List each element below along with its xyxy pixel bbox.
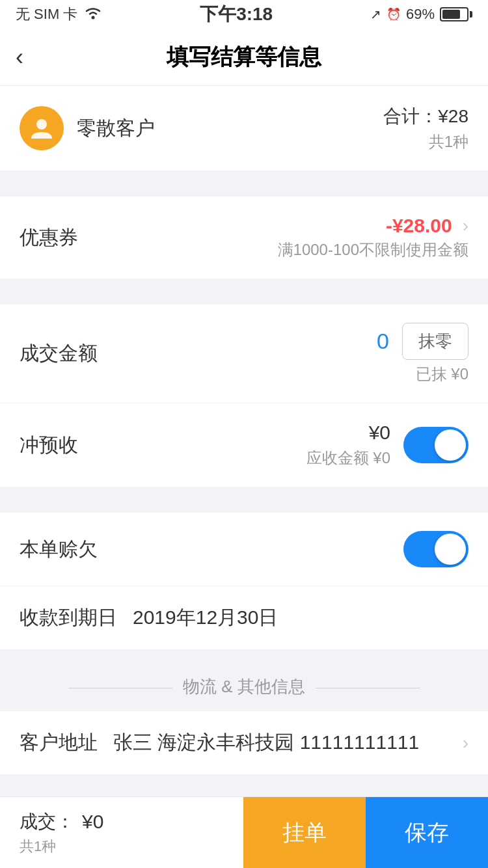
coupon-section[interactable]: 优惠券 -¥28.00 › 满1000-100不限制使用金额 <box>0 197 488 278</box>
save-button-label: 保存 <box>405 818 449 848</box>
round-zero-button[interactable]: 抹零 <box>402 323 468 360</box>
customer-total: 合计：¥28 <box>383 104 468 129</box>
address-row[interactable]: 客户地址 张三 海淀永丰科技园 11111111111 › <box>0 711 488 774</box>
due-date-row: 收款到期日 2019年12月30日 <box>0 586 488 649</box>
prepayment-sub: 应收金额 ¥0 <box>306 448 390 468</box>
deal-amount-sub: 已抹 ¥0 <box>416 364 468 385</box>
deal-amount-label: 成交金额 <box>20 340 98 367</box>
customer-left: 零散客户 <box>20 106 155 150</box>
bottom-count: 共1种 <box>20 837 224 856</box>
svg-point-1 <box>36 119 47 129</box>
customer-count: 共1种 <box>383 131 468 152</box>
credit-toggle-thumb <box>435 534 466 565</box>
status-right: ↗ ⏰ 69% <box>370 6 472 23</box>
deal-amount-row: 成交金额 0 抹零 已抹 ¥0 <box>0 305 488 403</box>
svg-point-0 <box>92 16 95 20</box>
coupon-row[interactable]: 优惠券 -¥28.00 › 满1000-100不限制使用金额 <box>0 197 488 278</box>
divider-1 <box>0 183 488 197</box>
nav-bar: ‹ 填写结算等信息 <box>0 29 488 86</box>
logistics-label: 物流 & 其他信息 <box>58 677 430 696</box>
credit-row: 本单赊欠 <box>0 513 488 586</box>
prepayment-value: ¥0 <box>369 422 390 444</box>
status-bar: 无 SIM 卡 下午3:18 ↗ ⏰ 69% <box>0 0 488 29</box>
prepayment-toggle[interactable] <box>403 427 468 463</box>
logistics-divider: 物流 & 其他信息 <box>0 662 488 711</box>
address-section: 客户地址 张三 海淀永丰科技园 11111111111 › <box>0 711 488 774</box>
deal-amount-right: 0 抹零 已抹 ¥0 <box>377 323 468 385</box>
hang-button[interactable]: 挂单 <box>243 797 366 869</box>
due-date-value[interactable]: 2019年12月30日 <box>133 604 278 631</box>
nav-title: 填写结算等信息 <box>167 42 321 72</box>
bottom-bar: 成交： ¥0 共1种 挂单 保存 <box>0 796 488 868</box>
bottom-deal-value: ¥0 <box>82 811 103 833</box>
hang-button-label: 挂单 <box>282 818 327 848</box>
battery-icon <box>440 7 472 21</box>
bottom-deal-label: 成交： <box>20 809 74 834</box>
customer-right: 合计：¥28 共1种 <box>383 104 468 152</box>
bottom-deal: 成交： ¥0 <box>20 809 224 834</box>
coupon-chevron: › <box>463 215 468 236</box>
address-value: 张三 海淀永丰科技园 11111111111 <box>113 729 457 756</box>
location-icon: ↗ <box>370 7 381 22</box>
credit-toggle-track[interactable] <box>403 531 468 567</box>
address-chevron: › <box>463 733 468 753</box>
coupon-right: -¥28.00 › 满1000-100不限制使用金额 <box>278 215 468 260</box>
prepayment-right: ¥0 应收金额 ¥0 <box>306 422 468 468</box>
status-time: 下午3:18 <box>200 2 273 27</box>
prepayment-label: 冲预收 <box>20 432 78 459</box>
credit-label: 本单赊欠 <box>20 536 98 563</box>
back-button[interactable]: ‹ <box>16 44 23 71</box>
deal-amount-value[interactable]: 0 <box>377 329 389 354</box>
customer-name: 零散客户 <box>77 115 155 142</box>
customer-section: 零散客户 合计：¥28 共1种 <box>0 86 488 170</box>
due-date-label: 收款到期日 <box>20 604 117 631</box>
prepayment-values: ¥0 应收金额 ¥0 <box>306 422 390 468</box>
divider-3 <box>0 500 488 513</box>
prepayment-toggle-thumb <box>435 429 466 461</box>
battery-percent: 69% <box>406 6 435 23</box>
divider-2 <box>0 292 488 305</box>
coupon-label: 优惠券 <box>20 224 78 251</box>
prepayment-row: 冲预收 ¥0 应收金额 ¥0 <box>0 403 488 487</box>
credit-section: 本单赊欠 收款到期日 2019年12月30日 <box>0 513 488 649</box>
save-button[interactable]: 保存 <box>366 797 488 869</box>
coupon-subtext: 满1000-100不限制使用金额 <box>278 239 468 260</box>
status-left: 无 SIM 卡 <box>16 5 102 24</box>
customer-row: 零散客户 合计：¥28 共1种 <box>0 86 488 170</box>
no-sim-text: 无 SIM 卡 <box>16 5 77 24</box>
customer-avatar <box>20 106 64 150</box>
content: 零散客户 合计：¥28 共1种 优惠券 -¥28.00 › 满1000-100不… <box>0 86 488 865</box>
deal-section: 成交金额 0 抹零 已抹 ¥0 冲预收 ¥0 应收金额 ¥0 <box>0 305 488 487</box>
credit-toggle[interactable] <box>403 531 468 567</box>
alarm-icon: ⏰ <box>386 7 401 21</box>
wifi-icon <box>84 5 102 23</box>
prepayment-toggle-track[interactable] <box>403 427 468 463</box>
bottom-summary: 成交： ¥0 共1种 <box>0 809 243 856</box>
address-label: 客户地址 <box>20 729 98 756</box>
coupon-amount: -¥28.00 <box>386 215 452 237</box>
